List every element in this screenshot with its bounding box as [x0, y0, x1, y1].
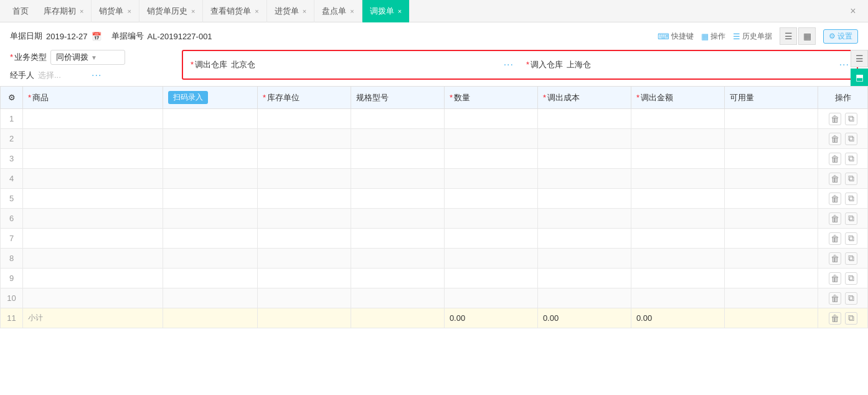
copy-icon-5[interactable]: ⧉ [845, 193, 857, 205]
layout-list-btn[interactable]: ☰ [780, 27, 797, 45]
spec-cell-2[interactable] [351, 129, 444, 149]
copy-icon[interactable]: ⧉ [845, 312, 857, 325]
qty-cell-3[interactable] [444, 149, 537, 169]
unit-cell-6[interactable] [257, 209, 351, 229]
copy-icon-2[interactable]: ⧉ [845, 133, 857, 145]
spec-cell-4[interactable] [351, 169, 444, 189]
delete-icon-5[interactable]: 🗑 [829, 193, 841, 205]
product-cell-6[interactable] [23, 209, 163, 229]
spec-cell-5[interactable] [351, 189, 444, 209]
product-cell-1[interactable] [23, 109, 163, 129]
tab-close-sales-order[interactable]: × [127, 7, 131, 15]
cost-cell-4[interactable] [537, 169, 631, 189]
amount-cell-10[interactable] [631, 288, 724, 308]
qty-cell-5[interactable] [444, 189, 537, 209]
product-cell-2[interactable] [23, 129, 163, 149]
amount-cell-9[interactable] [631, 269, 724, 288]
calendar-icon[interactable]: 📅 [92, 32, 101, 41]
handler-more-btn[interactable]: ··· [92, 70, 101, 81]
delete-icon[interactable]: 🗑 [829, 312, 841, 325]
spec-cell-10[interactable] [351, 288, 444, 308]
window-close-button[interactable]: × [843, 1, 863, 21]
tab-close-sales-history[interactable]: × [191, 7, 195, 15]
delete-icon-4[interactable]: 🗑 [829, 173, 841, 185]
tab-close-transfer-order[interactable]: × [398, 7, 402, 15]
amount-cell-7[interactable] [631, 229, 724, 249]
qty-cell-2[interactable] [444, 129, 537, 149]
unit-cell-5[interactable] [257, 189, 351, 209]
tab-inventory-init[interactable]: 库存期初 × [36, 0, 92, 22]
tab-home[interactable]: 首页 [5, 0, 36, 22]
cost-cell-5[interactable] [537, 189, 631, 209]
unit-cell-10[interactable] [257, 288, 351, 308]
spec-cell-9[interactable] [351, 269, 444, 288]
copy-icon-9[interactable]: ⧉ [845, 272, 857, 285]
cost-cell-6[interactable] [537, 209, 631, 229]
qty-cell-7[interactable] [444, 229, 537, 249]
sidebar-expand-btn[interactable]: ⬒ [851, 69, 868, 86]
delete-icon-1[interactable]: 🗑 [829, 113, 841, 125]
amount-cell-3[interactable] [631, 149, 724, 169]
tab-close-inventory-count[interactable]: × [350, 7, 354, 15]
amount-cell-6[interactable] [631, 209, 724, 229]
tab-sales-order[interactable]: 销货单 × [92, 0, 139, 22]
settings-button[interactable]: ⚙ 设置 [823, 29, 858, 44]
layout-grid-btn[interactable]: ▦ [798, 27, 816, 45]
delete-icon-2[interactable]: 🗑 [829, 133, 841, 145]
cost-cell-7[interactable] [537, 229, 631, 249]
product-cell-3[interactable] [23, 149, 163, 169]
product-cell-5[interactable] [23, 189, 163, 209]
delete-icon-9[interactable]: 🗑 [829, 272, 841, 285]
amount-cell-4[interactable] [631, 169, 724, 189]
col-gear[interactable]: ⚙ [1, 87, 23, 109]
tab-inventory-count[interactable]: 盘点单 × [314, 0, 362, 22]
delete-icon-10[interactable]: 🗑 [829, 292, 841, 305]
tab-view-sales[interactable]: 查看销货单 × [203, 0, 267, 22]
cost-cell-2[interactable] [537, 129, 631, 149]
cost-cell-8[interactable] [537, 249, 631, 269]
biz-type-dropdown[interactable]: 同价调拨 ▼ [50, 50, 125, 65]
copy-icon-1[interactable]: ⧉ [845, 113, 857, 125]
tab-sales-history[interactable]: 销货单历史 × [139, 0, 203, 22]
cost-cell-3[interactable] [537, 149, 631, 169]
unit-cell-3[interactable] [257, 149, 351, 169]
amount-cell-8[interactable] [631, 249, 724, 269]
copy-icon-4[interactable]: ⧉ [845, 173, 857, 185]
spec-cell-6[interactable] [351, 209, 444, 229]
sidebar-list-btn[interactable]: ☰ [851, 50, 868, 67]
qty-cell-8[interactable] [444, 249, 537, 269]
unit-cell-9[interactable] [257, 269, 351, 288]
qty-cell-6[interactable] [444, 209, 537, 229]
qty-cell-9[interactable] [444, 269, 537, 288]
unit-cell-8[interactable] [257, 249, 351, 269]
spec-cell-7[interactable] [351, 229, 444, 249]
out-warehouse-more-btn[interactable]: ··· [504, 59, 514, 70]
copy-icon-3[interactable]: ⧉ [845, 153, 857, 165]
tab-close-view-sales[interactable]: × [255, 7, 258, 15]
spec-cell-8[interactable] [351, 249, 444, 269]
amount-cell-5[interactable] [631, 189, 724, 209]
qty-cell-4[interactable] [444, 169, 537, 189]
qty-cell-10[interactable] [444, 288, 537, 308]
cost-cell-1[interactable] [537, 109, 631, 129]
tab-close-purchase-order[interactable]: × [303, 7, 306, 15]
tab-purchase-order[interactable]: 进货单 × [267, 0, 314, 22]
scan-button[interactable]: 扫码录入 [168, 91, 208, 104]
copy-icon-6[interactable]: ⧉ [845, 212, 857, 225]
unit-cell-2[interactable] [257, 129, 351, 149]
delete-icon-3[interactable]: 🗑 [829, 153, 841, 165]
product-cell-7[interactable] [23, 229, 163, 249]
copy-icon-8[interactable]: ⧉ [845, 252, 857, 265]
handler-placeholder[interactable]: 选择... [38, 70, 88, 81]
unit-cell-7[interactable] [257, 229, 351, 249]
amount-cell-1[interactable] [631, 109, 724, 129]
delete-icon-7[interactable]: 🗑 [829, 232, 841, 245]
product-cell-9[interactable] [23, 269, 163, 288]
amount-cell-2[interactable] [631, 129, 724, 149]
history-action[interactable]: ☰ 历史单据 [733, 31, 772, 42]
tab-transfer-order[interactable]: 调拨单 × [362, 0, 410, 22]
cost-cell-10[interactable] [537, 288, 631, 308]
shortcut-action[interactable]: ⌨ 快捷键 [658, 31, 694, 42]
copy-icon-10[interactable]: ⧉ [845, 292, 857, 305]
tab-close-inventory-init[interactable]: × [80, 7, 83, 15]
